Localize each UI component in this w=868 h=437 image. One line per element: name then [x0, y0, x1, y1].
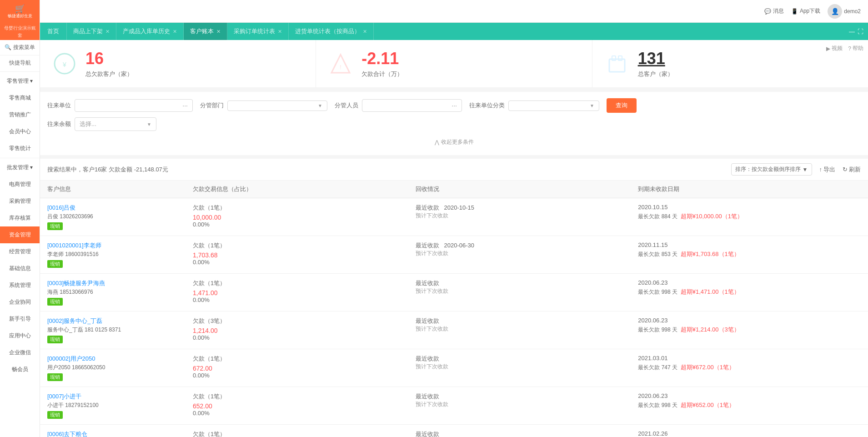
search-icon: 🔍 — [5, 44, 11, 50]
sidebar-item-system[interactable]: 系统管理 — [0, 277, 40, 294]
customer-name-link[interactable]: [0001020001]李老师 — [47, 241, 193, 250]
sort-label: 排序：按欠款金额倒序排序 — [735, 166, 801, 173]
refresh-button[interactable]: ↻ 刷新 — [843, 166, 861, 174]
tab-close-icon[interactable]: ✕ — [173, 29, 177, 35]
overdue-detail-link[interactable]: 超期¥10,000.00（1笔） — [681, 213, 743, 220]
sidebar-item-label: 批发管理 ▾ — [7, 164, 33, 171]
sidebar-item-member[interactable]: 会员中心 — [0, 123, 40, 140]
staff-dots: ··· — [452, 102, 457, 109]
customer-name-link[interactable]: [0007]小进干 — [47, 392, 193, 401]
overdue-detail-link[interactable]: 超期¥1,703.68（1笔） — [681, 251, 740, 257]
table-row: [0003]畅捷服务尹海燕 海燕 18513066976 现销 欠款（1笔） 1… — [40, 274, 868, 311]
overdue-detail-link[interactable]: 超期¥1,471.00（1笔） — [681, 288, 740, 295]
filter-area: 往来单位 ··· 分管部门 ▼ 分管人员 — [40, 92, 868, 155]
tab-maximize-icon[interactable]: ⛶ — [858, 28, 863, 35]
table-row: [000002]用户2050 用户2050 18665062050 现销 欠款（… — [40, 349, 868, 387]
result-summary: 搜索结果中，客户16家 欠款金额 -21,148.07元 — [47, 166, 168, 174]
table-row: [0007]小进干 小进干 18279152100 现销 欠款（1笔） 652.… — [40, 387, 868, 425]
staff-input[interactable]: ··· — [362, 99, 462, 112]
customer-tag: 现销 — [47, 373, 63, 381]
search-button[interactable]: 查询 — [607, 98, 637, 113]
col-header-due: 到期未收款日期 — [638, 185, 861, 193]
debt-amount-value: 1,214.00 — [193, 327, 416, 334]
overdue-detail-link[interactable]: 超期¥672.00（1笔） — [681, 364, 735, 371]
view-video-btn[interactable]: ▶ 视频 — [826, 45, 843, 52]
sidebar-item-vip[interactable]: 畅会员 — [0, 361, 40, 378]
filter-staff: 分管人员 ··· — [335, 99, 462, 112]
tab-customer-account[interactable]: 客户账本 ✕ — [184, 23, 227, 40]
tab-close-icon[interactable]: ✕ — [363, 29, 367, 35]
unit-class-input[interactable]: ▼ — [508, 100, 599, 111]
customer-name-link[interactable]: [000002]用户2050 — [47, 355, 193, 363]
tab-close-icon[interactable]: ✕ — [105, 29, 110, 35]
sidebar: 🛒 畅捷通好生意 母婴行业演示账套 🔍 搜索菜单 快捷导航 零售管理 ▾ 零售商… — [0, 0, 40, 437]
sidebar-item-ops[interactable]: 经营管理 — [0, 243, 40, 260]
due-date-info: 2020.06.23 最长欠款 998 天 超期¥652.00（1笔） — [638, 392, 861, 409]
sidebar-item-batch-mgmt[interactable]: 批发管理 ▾ — [0, 159, 40, 176]
app-name: 畅捷通好生意 — [8, 14, 32, 19]
debt-info: 欠款（1笔） 1,703.68 0.00% — [193, 241, 416, 266]
customer-info: [0006]去下粮仓 陈小希 现销 — [47, 430, 193, 437]
message-icon[interactable]: 💬 消息 — [764, 7, 784, 15]
sidebar-item-retail-mall[interactable]: 零售商城 — [0, 90, 40, 106]
sidebar-item-label: 畅会员 — [12, 366, 28, 372]
customer-name-link[interactable]: [0016]吕俊 — [47, 204, 193, 212]
sidebar-item-app-center[interactable]: 应用中心 — [0, 327, 40, 344]
tab-minimize-icon[interactable]: — — [849, 28, 855, 35]
debt-info: 欠款（1笔） 672.00 0.00% — [193, 355, 416, 379]
tab-label: 产成品入库单历史 — [123, 27, 170, 35]
tab-purchase-stats[interactable]: 进货单统计表（按商品） ✕ — [289, 23, 374, 40]
result-info-bar: 搜索结果中，客户16家 欠款金额 -21,148.07元 排序：按欠款金额倒序排… — [40, 159, 868, 181]
tab-product-status[interactable]: 商品上下架 ✕ — [67, 23, 116, 40]
balance-select[interactable]: 选择... ▼ — [75, 117, 156, 131]
sidebar-item-label: 企业微信 — [9, 349, 31, 356]
filter-row-1: 往来单位 ··· 分管部门 ▼ 分管人员 — [47, 98, 861, 113]
user-name: demo2 — [844, 8, 861, 15]
sidebar-item-retail-mgmt[interactable]: 零售管理 ▾ — [0, 73, 40, 90]
balance-dropdown-icon: ▼ — [147, 122, 151, 127]
sidebar-item-label: 系统管理 — [9, 282, 31, 288]
dept-input[interactable]: ▼ — [227, 100, 327, 111]
balance-placeholder: 选择... — [80, 120, 96, 128]
sidebar-item-retail-stats[interactable]: 零售统计 — [0, 140, 40, 157]
collapse-button[interactable]: ⋀ 收起更多条件 — [47, 136, 861, 149]
customer-info: [000002]用户2050 用户2050 18665062050 现销 — [47, 355, 193, 381]
quick-nav[interactable]: 快捷导航 — [0, 55, 40, 70]
help-btn[interactable]: ? 帮助 — [848, 45, 863, 52]
result-actions: 排序：按欠款金额倒序排序 ▼ ↑ 导出 ↻ 刷新 — [731, 163, 861, 176]
debt-amount-icon: ! — [327, 50, 354, 77]
app-logo: 🛒 畅捷通好生意 — [0, 0, 40, 23]
sidebar-item-newbie[interactable]: 新手引导 — [0, 311, 40, 327]
sidebar-item-ecommerce[interactable]: 电商管理 — [0, 176, 40, 193]
export-button[interactable]: ↑ 导出 — [819, 166, 836, 174]
sidebar-item-basic-info[interactable]: 基础信息 — [0, 260, 40, 277]
sidebar-item-purchase[interactable]: 采购管理 — [0, 193, 40, 210]
tab-product-history[interactable]: 产成品入库单历史 ✕ — [116, 23, 184, 40]
tab-purchase-order[interactable]: 采购订单统计表 ✕ — [227, 23, 289, 40]
sidebar-item-corp-collab[interactable]: 企业协同 — [0, 294, 40, 311]
overdue-detail-link[interactable]: 超期¥652.00（1笔） — [681, 402, 735, 408]
tab-close-icon[interactable]: ✕ — [216, 29, 221, 35]
sidebar-item-inventory[interactable]: 库存核算 — [0, 210, 40, 226]
tabs-actions: — ⛶ — [844, 23, 868, 40]
customer-name-link[interactable]: [0006]去下粮仓 — [47, 430, 193, 437]
tab-home[interactable]: 首页 — [40, 23, 67, 40]
customer-name-link[interactable]: [0002]服务中心_丁磊 — [47, 317, 193, 325]
debt-customers-label: 总欠款客户（家） — [85, 70, 305, 78]
sidebar-item-marketing[interactable]: 营销推广 — [0, 106, 40, 123]
sidebar-item-finance[interactable]: 资金管理 — [0, 226, 40, 243]
return-info: 最近收款 2020-10-15 预计下次收款 — [416, 204, 638, 220]
dept-label: 分管部门 — [200, 101, 224, 110]
overdue-detail-link[interactable]: 超期¥1,214.00（3笔） — [681, 326, 740, 333]
search-menu[interactable]: 🔍 搜索菜单 — [0, 40, 40, 55]
sidebar-item-label: 库存核算 — [9, 215, 31, 221]
sidebar-item-corp-wechat[interactable]: 企业微信 — [0, 344, 40, 361]
customer-name-link[interactable]: [0003]畅捷服务尹海燕 — [47, 279, 193, 287]
user-avatar[interactable]: 👤 demo2 — [828, 4, 861, 19]
tab-close-icon[interactable]: ✕ — [278, 29, 282, 35]
due-date-info: 2020.06.23 最长欠款 998 天 超期¥1,471.00（1笔） — [638, 279, 861, 296]
app-download-icon[interactable]: 📱 App下载 — [791, 7, 820, 15]
sort-select[interactable]: 排序：按欠款金额倒序排序 ▼ — [731, 163, 812, 176]
customer-tag: 现销 — [47, 411, 63, 419]
from-unit-input[interactable]: ··· — [75, 99, 193, 112]
